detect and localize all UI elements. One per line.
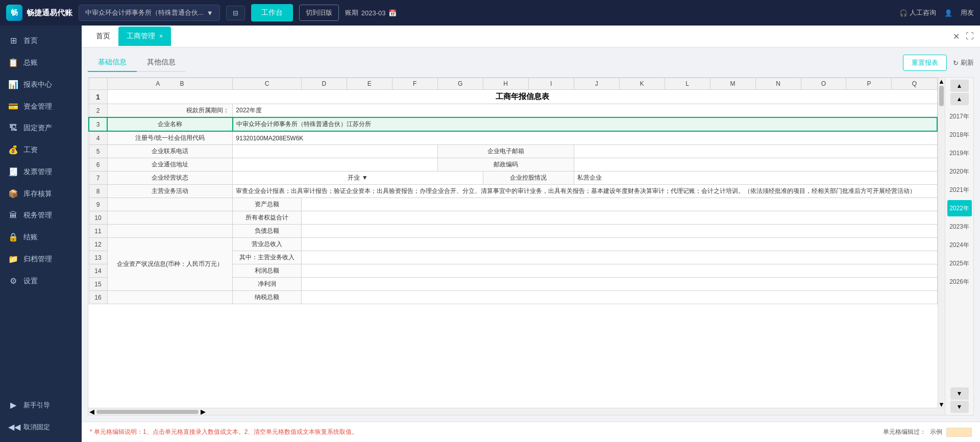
- year-item-2025[interactable]: 2025年: [947, 255, 972, 272]
- year-item-2021[interactable]: 2021年: [947, 182, 972, 198]
- hscroll-right[interactable]: ▶: [201, 408, 206, 415]
- year-item-2017[interactable]: 2017年: [947, 108, 972, 125]
- col-header-E: E: [347, 78, 392, 90]
- sidebar-label-newguide: 新手引导: [23, 401, 50, 410]
- old-version-button[interactable]: 切到旧版: [299, 5, 339, 21]
- user-label[interactable]: 用友: [961, 8, 974, 17]
- table-row: 11 负债总额: [89, 225, 937, 238]
- tax-icon: 🏛: [8, 211, 18, 220]
- row14-value[interactable]: [301, 264, 937, 278]
- year-item-2024[interactable]: 2024年: [947, 237, 972, 253]
- row2-value[interactable]: 2022年度: [233, 104, 937, 118]
- tab-gongshang-label: 工商管理: [127, 32, 155, 41]
- row-num-3: 3: [89, 117, 107, 131]
- year-item-2020[interactable]: 2020年: [947, 163, 972, 180]
- sidebar-item-payroll[interactable]: 💰 工资: [0, 139, 82, 161]
- sidebar-item-unpin[interactable]: ◀◀ 取消固定: [0, 416, 82, 438]
- row15-value[interactable]: [301, 278, 937, 291]
- row3-label[interactable]: 企业名称: [107, 117, 233, 131]
- sidebar-item-newguide[interactable]: ▶ 新手引导: [0, 394, 82, 416]
- sub-tab-other[interactable]: 其他信息: [137, 54, 186, 72]
- row12-value[interactable]: [301, 238, 937, 251]
- sub-tab-basic[interactable]: 基础信息: [88, 54, 137, 72]
- col-header-O: O: [801, 78, 846, 90]
- row12-label: 营业总收入: [233, 238, 302, 251]
- row7-status[interactable]: 开业 ▼: [233, 171, 483, 185]
- row-num-6: 6: [89, 158, 107, 171]
- year-item-2018[interactable]: 2018年: [947, 127, 972, 143]
- sidebar-item-fund[interactable]: 💳 资金管理: [0, 95, 82, 117]
- table-row: 8 主营业务活动 审查企业会计报表；出具审计报告；验证企业资本；出具验资报告；办…: [89, 185, 937, 198]
- row8-activity[interactable]: 审查企业会计报表；出具审计报告；验证企业资本；出具验资报告；办理企业合开、分立、…: [233, 185, 937, 198]
- row11-value[interactable]: [301, 225, 937, 238]
- calendar-icon[interactable]: 📅: [388, 9, 397, 17]
- bottom-bar: * 单元格编辑说明：1、点击单元格直接录入数值或文本。2、清空单元格数值或文本恢…: [82, 422, 980, 442]
- row9-label: 资产总额: [233, 198, 302, 211]
- sidebar-item-home[interactable]: ⊞ 首页: [0, 30, 82, 52]
- sidebar-item-asset[interactable]: 🏗 固定资产: [0, 117, 82, 139]
- row16-value[interactable]: [301, 291, 937, 304]
- row6-address[interactable]: [233, 158, 437, 171]
- vertical-scrollbar[interactable]: ▲ ▼: [938, 78, 945, 408]
- col-header-N: N: [755, 78, 801, 90]
- sidebar-label-invoice: 发票管理: [23, 167, 52, 177]
- spreadsheet-scroll[interactable]: A B C D E F G H I J: [88, 78, 938, 408]
- col-header-rownum: [89, 78, 107, 90]
- row12-group-label: 企业资产状况信息(币种：人民币万元）: [107, 238, 233, 291]
- year-up2-btn[interactable]: ▲: [950, 93, 969, 105]
- service-link[interactable]: 🎧 人工咨询: [899, 8, 936, 17]
- sidebar-label-home: 首页: [23, 36, 38, 45]
- sidebar-item-inventory[interactable]: 📦 库存核算: [0, 183, 82, 205]
- logo-area: 畅 畅捷通易代账: [6, 5, 72, 21]
- row2-label: 税款所属期间：: [107, 104, 233, 118]
- sidebar-item-archive[interactable]: 📁 归档管理: [0, 248, 82, 270]
- copy-button[interactable]: ⊟: [226, 6, 245, 20]
- hscroll-left[interactable]: ◀: [89, 408, 94, 415]
- tab-close-button[interactable]: ×: [159, 33, 163, 40]
- row8-label: 主营业务活动: [107, 185, 233, 198]
- year-down-btn[interactable]: ▼: [950, 387, 969, 400]
- year-item-2026[interactable]: 2026年: [947, 274, 972, 290]
- reset-button[interactable]: 重置报表: [903, 55, 947, 71]
- hscroll-thumb[interactable]: [96, 410, 199, 414]
- tab-home[interactable]: 首页: [88, 26, 118, 47]
- scroll-thumb[interactable]: [939, 86, 944, 106]
- horizontal-scrollbar[interactable]: ◀ ▶: [88, 408, 945, 415]
- row5-phone[interactable]: [233, 145, 437, 158]
- col-header-P: P: [846, 78, 892, 90]
- row3-value[interactable]: 中审众环会计师事务所（特殊普通合伙）江苏分所: [233, 117, 937, 131]
- year-item-2023[interactable]: 2023年: [947, 218, 972, 235]
- row-num-16: 16: [89, 291, 107, 304]
- row9-value[interactable]: [301, 198, 937, 211]
- row5-email-label: 企业电子邮箱: [437, 145, 574, 158]
- sidebar-item-close[interactable]: 🔒 结账: [0, 226, 82, 248]
- year-down2-btn[interactable]: ▼: [950, 401, 969, 413]
- row4-value[interactable]: 91320100MA208E5W6K: [233, 131, 937, 145]
- row5-email[interactable]: [574, 145, 937, 158]
- sidebar-item-invoice[interactable]: 🧾 发票管理: [0, 161, 82, 183]
- period-label: 账期: [345, 8, 358, 17]
- sidebar-label-tax: 税务管理: [23, 211, 52, 220]
- sidebar-item-report[interactable]: 📊 报表中心: [0, 73, 82, 95]
- tab-gongshang[interactable]: 工商管理 ×: [118, 27, 171, 46]
- company-selector[interactable]: 中审众环会计师事务所（特殊普通合伙... ▼: [79, 5, 220, 21]
- sidebar-item-ledger[interactable]: 📋 总账: [0, 52, 82, 73]
- year-up-btn[interactable]: ▲: [950, 80, 969, 92]
- scroll-down-btn[interactable]: ▼: [938, 401, 945, 408]
- fund-icon: 💳: [8, 102, 18, 111]
- table-row: 6 企业通信地址 邮政编码: [89, 158, 937, 171]
- row7-holding[interactable]: 私营企业: [574, 171, 937, 185]
- sidebar-label-report: 报表中心: [23, 80, 52, 89]
- year-item-2022[interactable]: 2022年: [947, 200, 972, 216]
- window-close-icon[interactable]: ✕: [953, 32, 960, 41]
- sidebar-item-tax[interactable]: 🏛 税务管理: [0, 205, 82, 226]
- row6-postal[interactable]: [574, 158, 937, 171]
- row10-value[interactable]: [301, 211, 937, 225]
- window-expand-icon[interactable]: ⛶: [966, 32, 974, 41]
- sidebar-item-settings[interactable]: ⚙ 设置: [0, 270, 82, 292]
- year-item-2019[interactable]: 2019年: [947, 145, 972, 161]
- scroll-up-btn[interactable]: ▲: [938, 78, 945, 85]
- row13-value[interactable]: [301, 251, 937, 264]
- workbench-button[interactable]: 工作台: [251, 4, 293, 21]
- refresh-button[interactable]: ↻ 刷新: [953, 58, 974, 67]
